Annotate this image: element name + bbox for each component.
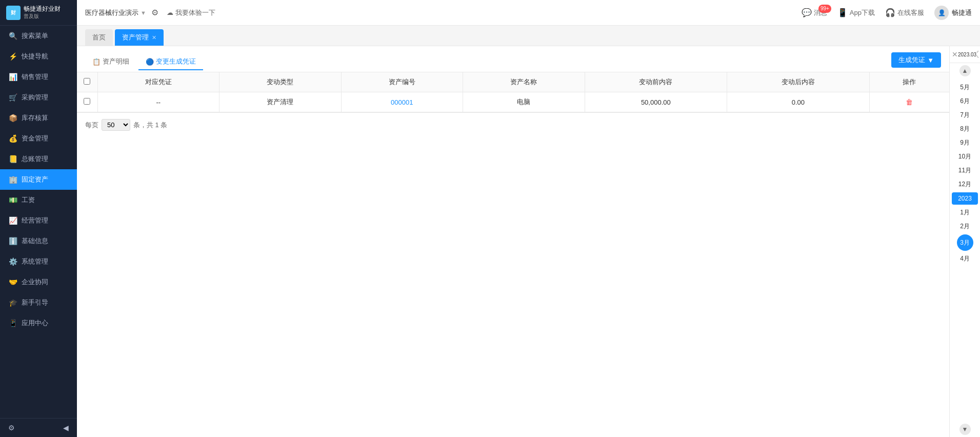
topbar-action-message[interactable]: 💬 消息 99+ — [802, 8, 827, 17]
topbar-settings-icon[interactable]: ⚙ — [151, 8, 158, 17]
month-item-2023[interactable]: 1月 — [950, 206, 980, 220]
month-item[interactable]: 5月 — [950, 81, 980, 94]
sales-icon: 📊 — [8, 72, 17, 82]
month-item-2023[interactable]: 4月 — [950, 252, 980, 266]
sub-tab-label-change-voucher: 变更生成凭证 — [156, 57, 196, 66]
tab-asset-mgmt[interactable]: 资产管理✕ — [115, 29, 164, 46]
company-name: 医疗器械行业演示 — [85, 8, 138, 17]
inventory-icon: 📦 — [8, 113, 17, 123]
row-voucher: -- — [97, 92, 219, 112]
month-item[interactable]: 6月 — [950, 94, 980, 108]
delete-icon[interactable]: 🗑 — [906, 98, 913, 106]
right-panel-close-icon[interactable]: ✕ — [952, 50, 958, 58]
down-arrow-icon[interactable]: ▼ — [959, 424, 971, 435]
generate-voucher-button[interactable]: 生成凭证 ▼ — [891, 52, 941, 68]
header-operation: 操作 — [869, 72, 949, 92]
month-item[interactable]: 11月 — [950, 164, 980, 177]
payroll-icon: 💵 — [8, 195, 17, 205]
avatar: 👤 — [934, 6, 949, 20]
settings-footer-icon[interactable]: ⚙ — [8, 424, 15, 432]
month-item[interactable]: 7月 — [950, 108, 980, 122]
table-body: -- 资产清理 000001 电脑 50,000.00 0.00 🗑 — [77, 92, 949, 112]
guide-icon: 🎓 — [8, 298, 17, 307]
sidebar-item-ledger[interactable]: 📒 总账管理 — [0, 149, 77, 169]
scroll-down-arrow[interactable]: ▼ — [950, 422, 980, 437]
per-page-select[interactable]: 102050100 — [102, 119, 130, 131]
page-content: 📋 资产明细 🔵 变更生成凭证 生成凭证 ▼ 对应凭证 变动类型 资产编号 — [77, 46, 949, 437]
right-panel-header: ✕ 2023.03 ⛶ — [950, 46, 980, 63]
sidebar-item-system[interactable]: ⚙️ 系统管理 — [0, 251, 77, 272]
up-arrow-icon[interactable]: ▲ — [959, 65, 971, 76]
total-count: 条，共 1 条 — [133, 121, 167, 130]
row-asset-name: 电脑 — [463, 92, 585, 112]
sidebar-item-sales[interactable]: 📊 销售管理 — [0, 67, 77, 87]
sidebar-item-purchase[interactable]: 🛒 采购管理 — [0, 87, 77, 108]
header-change-type: 变动类型 — [219, 72, 342, 92]
topbar-action-customer-service[interactable]: 🎧 在线客服 — [885, 8, 924, 17]
month-item-2023[interactable]: 3月 — [957, 234, 973, 251]
collapse-icon[interactable]: ◀ — [63, 424, 69, 432]
feedback-label: 我要体验一下 — [175, 8, 215, 17]
row-checkbox[interactable] — [84, 98, 90, 105]
tab-close-asset-mgmt[interactable]: ✕ — [152, 34, 156, 41]
sidebar-item-enterprise[interactable]: 🤝 企业协同 — [0, 272, 77, 292]
message-badge: 99+ — [818, 5, 831, 13]
month-item[interactable]: 10月 — [950, 150, 980, 164]
message-icon: 💬 — [802, 8, 812, 17]
sidebar-label-fixed-assets: 固定资产 — [22, 175, 48, 184]
month-item[interactable]: 12月 — [950, 177, 980, 191]
month-item[interactable]: 8月 — [950, 122, 980, 136]
topbar-right: 💬 消息 99+ 📱 App下载 🎧 在线客服 👤 畅捷通 — [802, 6, 972, 20]
pagination-footer: 每页 102050100 条，共 1 条 — [77, 112, 949, 137]
topbar-action-app-download[interactable]: 📱 App下载 — [837, 8, 875, 17]
sidebar-item-basic-info[interactable]: ℹ️ 基础信息 — [0, 231, 77, 251]
sidebar-item-fixed-assets[interactable]: 🏢 固定资产 — [0, 169, 77, 190]
row-operation: 🗑 — [869, 92, 949, 112]
sidebar-item-payroll[interactable]: 💵 工资 — [0, 190, 77, 210]
sidebar-item-funds[interactable]: 💰 资金管理 — [0, 128, 77, 149]
user-menu[interactable]: 👤 畅捷通 — [934, 6, 972, 20]
operations-icon: 📈 — [8, 216, 17, 225]
header-before-change: 变动前内容 — [585, 72, 727, 92]
header-checkbox-cell — [77, 72, 97, 92]
scroll-up-arrow[interactable]: ▲ — [950, 63, 980, 78]
logo-text: 畅捷通好业财 — [24, 5, 61, 13]
data-table: 对应凭证 变动类型 资产编号 资产名称 变动前内容 变动后内容 操作 -- 资产… — [77, 72, 949, 112]
sub-tab-change-voucher[interactable]: 🔵 变更生成凭证 — [138, 54, 203, 70]
feedback-button[interactable]: ☁ 我要体验一下 — [167, 8, 215, 17]
table-row: -- 资产清理 000001 电脑 50,000.00 0.00 🗑 — [77, 92, 949, 112]
sidebar-item-app-center[interactable]: 📱 应用中心 — [0, 313, 77, 333]
cloud-icon: ☁ — [167, 9, 173, 16]
month-item-2023[interactable]: 2月 — [950, 220, 980, 233]
right-panel: ✕ 2023.03 ⛶ ▲ 5月6月7月8月9月10月11月12月20231月2… — [949, 46, 980, 437]
sidebar-item-operations[interactable]: 📈 经营管理 — [0, 210, 77, 231]
app-center-icon: 📱 — [8, 319, 17, 328]
sidebar-item-inventory[interactable]: 📦 库存核算 — [0, 108, 77, 128]
sidebar: 财 畅捷通好业财 普及版 🔍 搜索菜单 ⚡ 快捷导航 📊 销售管理 🛒 采购管理… — [0, 0, 77, 437]
sidebar-label-purchase: 采购管理 — [22, 93, 48, 102]
system-icon: ⚙️ — [8, 257, 17, 266]
tab-home[interactable]: 首页 — [85, 29, 113, 46]
ledger-icon: 📒 — [8, 154, 17, 164]
logo-icon: 财 — [6, 6, 21, 20]
sidebar-item-quick-nav[interactable]: ⚡ 快捷导航 — [0, 46, 77, 67]
right-panel-expand-icon[interactable]: ⛶ — [976, 50, 980, 58]
sidebar-label-enterprise: 企业协同 — [22, 277, 48, 287]
month-item[interactable]: 9月 — [950, 136, 980, 150]
sidebar-label-ledger: 总账管理 — [22, 154, 48, 164]
calendar-months: 5月6月7月8月9月10月11月12月20231月2月3月4月 — [950, 78, 980, 422]
logo-sub: 普及版 — [24, 13, 61, 20]
asset-list-icon: 📋 — [92, 58, 101, 66]
select-all-checkbox[interactable] — [84, 78, 90, 85]
tab-label-home: 首页 — [92, 33, 106, 42]
sidebar-menu: 🔍 搜索菜单 ⚡ 快捷导航 📊 销售管理 🛒 采购管理 📦 库存核算 💰 资金管… — [0, 26, 77, 418]
customer-service-label: 在线客服 — [897, 8, 924, 17]
sidebar-label-quick-nav: 快捷导航 — [22, 52, 48, 61]
sidebar-item-guide[interactable]: 🎓 新手引导 — [0, 292, 77, 313]
sub-tab-asset-list[interactable]: 📋 资产明细 — [85, 54, 136, 70]
sidebar-label-search: 搜索菜单 — [22, 31, 48, 41]
year-label-2023[interactable]: 2023 — [952, 192, 978, 205]
company-selector[interactable]: 医疗器械行业演示 ▼ — [85, 8, 146, 17]
content-area: 📋 资产明细 🔵 变更生成凭证 生成凭证 ▼ 对应凭证 变动类型 资产编号 — [77, 46, 980, 437]
sidebar-item-search[interactable]: 🔍 搜索菜单 — [0, 26, 77, 46]
